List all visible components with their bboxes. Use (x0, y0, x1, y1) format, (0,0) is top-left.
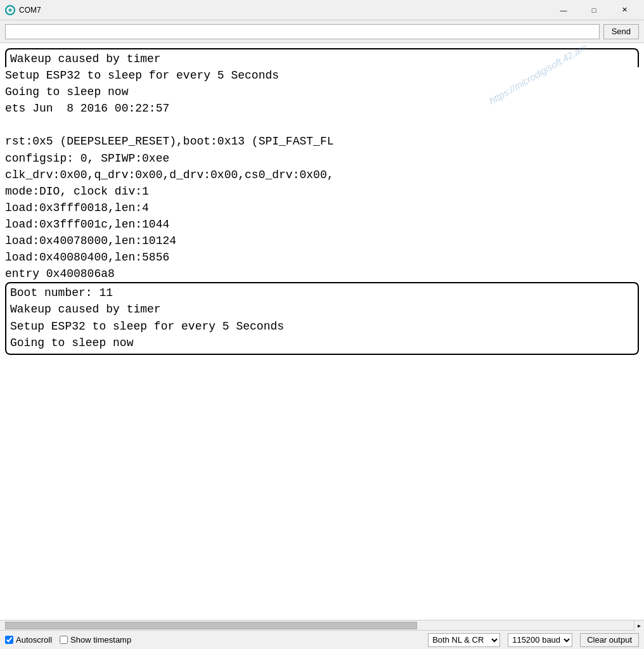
list-item: Going to sleep now (5, 335, 639, 355)
show-timestamp-input[interactable] (60, 636, 68, 644)
serial-monitor-output[interactable]: Wakeup caused by timer Setup ESP32 to sl… (0, 43, 644, 620)
minimize-button[interactable]: — (549, 1, 578, 20)
autoscroll-checkbox[interactable]: Autoscroll (5, 635, 52, 645)
hscroll-thumb[interactable] (5, 622, 417, 629)
clear-output-button[interactable]: Clear output (580, 633, 639, 647)
window-controls: — □ ✕ (549, 1, 639, 20)
message-input[interactable] (5, 24, 600, 39)
maximize-button[interactable]: □ (579, 1, 609, 20)
toolbar: Send (0, 20, 644, 43)
horizontal-scrollbar[interactable]: ▶ (0, 620, 644, 630)
list-item: Wakeup caused by timer (5, 301, 639, 318)
close-button[interactable]: ✕ (610, 1, 639, 20)
list-item: Boot number: 11 (5, 282, 639, 301)
list-item (5, 117, 639, 133)
list-item: Setup ESP32 to sleep for every 5 Seconds (5, 318, 639, 335)
list-item: Setup ESP32 to sleep for every 5 Seconds (5, 67, 639, 84)
content-area: Wakeup caused by timer Setup ESP32 to sl… (0, 43, 644, 620)
list-item: configsip: 0, SPIWP:0xee (5, 150, 639, 167)
list-item: mode:DIO, clock div:1 (5, 183, 639, 200)
title-bar: COM7 — □ ✕ (0, 0, 644, 20)
show-timestamp-checkbox[interactable]: Show timestamp (60, 635, 131, 645)
list-item: rst:0x5 (DEEPSLEEP_RESET),boot:0x13 (SPI… (5, 133, 639, 150)
list-item: load:0x3fff0018,len:4 (5, 200, 639, 216)
list-item: Wakeup caused by timer (5, 48, 639, 67)
list-item: load:0x40078000,len:10124 (5, 233, 639, 249)
status-bar: Autoscroll Show timestamp Both NL & CR N… (0, 630, 644, 649)
show-timestamp-label: Show timestamp (70, 635, 131, 645)
send-button[interactable]: Send (603, 24, 639, 39)
list-item: load:0x40080400,len:5856 (5, 249, 639, 266)
line-ending-select[interactable]: Both NL & CR No line ending Newline Carr… (428, 633, 500, 647)
autoscroll-input[interactable] (5, 636, 13, 644)
window-title: COM7 (19, 6, 549, 15)
hscroll-right-button[interactable]: ▶ (634, 620, 644, 631)
list-item: Going to sleep now (5, 84, 639, 100)
list-item: load:0x3fff001c,len:1044 (5, 216, 639, 233)
autoscroll-label: Autoscroll (16, 635, 52, 645)
list-item: clk_drv:0x00,q_drv:0x00,d_drv:0x00,cs0_d… (5, 167, 639, 183)
list-item: ets Jun 8 2016 00:22:57 (5, 100, 639, 117)
app-icon (5, 5, 15, 15)
baud-rate-select[interactable]: 115200 baud 9600 baud 57600 baud 230400 … (508, 633, 572, 647)
list-item: entry 0x400806a8 (5, 266, 639, 282)
